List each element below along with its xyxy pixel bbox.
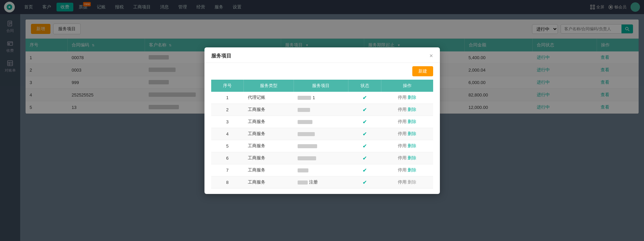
modal-cell-ops: 停用 删除 (381, 140, 433, 152)
delete-button[interactable]: 删除 (408, 155, 416, 161)
modal-cell-type: 工商服务 (244, 140, 294, 152)
list-item: 4 工商服务 ✔ 停用 删除 (211, 128, 433, 140)
modal-cell-item (294, 128, 348, 140)
stop-button[interactable]: 停用 (398, 179, 407, 185)
service-modal: 服务项目 × 新建 序号 服务类型 服务项目 状态 操作 1 代理记账 1 (204, 47, 440, 194)
modal-cell-status: ✔ (348, 164, 381, 176)
status-check-icon: ✔ (363, 131, 367, 137)
modal-cell-ops: 停用 删除 (381, 128, 433, 140)
list-item: 8 工商服务 注册 ✔ 停用 删除 (211, 176, 433, 188)
modal-col-status: 状态 (348, 80, 381, 92)
modal-cell-item (294, 152, 348, 164)
blurred-item (298, 132, 315, 136)
blurred-item (298, 144, 317, 148)
status-check-icon: ✔ (363, 155, 367, 161)
modal-header: 服务项目 × (204, 47, 440, 63)
blurred-item (298, 108, 310, 112)
modal-cell-seq: 8 (211, 176, 244, 188)
blurred-item (298, 120, 312, 124)
modal-toolbar: 新建 (204, 63, 440, 80)
list-item: 6 工商服务 ✔ 停用 删除 (211, 152, 433, 164)
modal-cell-status: ✔ (348, 176, 381, 188)
modal-cell-seq: 3 (211, 116, 244, 128)
status-check-icon: ✔ (363, 143, 367, 149)
status-check-icon: ✔ (363, 95, 367, 101)
list-item: 1 代理记账 1 ✔ 停用 删除 (211, 92, 433, 104)
modal-cell-status: ✔ (348, 92, 381, 104)
modal-cell-type: 工商服务 (244, 128, 294, 140)
stop-button[interactable]: 停用 (398, 107, 407, 113)
modal-cell-status: ✔ (348, 152, 381, 164)
modal-cell-seq: 6 (211, 152, 244, 164)
blurred-item (298, 96, 311, 100)
modal-cell-ops: 停用 删除 (381, 176, 433, 188)
modal-cell-status: ✔ (348, 116, 381, 128)
blurred-item (298, 168, 308, 172)
modal-cell-type: 工商服务 (244, 104, 294, 116)
modal-cell-seq: 1 (211, 92, 244, 104)
modal-cell-type: 工商服务 (244, 152, 294, 164)
delete-button[interactable]: 删除 (408, 107, 416, 113)
modal-cell-ops: 停用 删除 (381, 152, 433, 164)
modal-new-button[interactable]: 新建 (412, 66, 433, 76)
delete-button[interactable]: 删除 (408, 167, 416, 173)
delete-button[interactable]: 删除 (408, 131, 416, 137)
modal-cell-item: 注册 (294, 176, 348, 188)
modal-cell-status: ✔ (348, 104, 381, 116)
stop-button[interactable]: 停用 (398, 119, 407, 125)
modal-cell-status: ✔ (348, 140, 381, 152)
modal-cell-seq: 5 (211, 140, 244, 152)
blurred-item (298, 156, 316, 160)
stop-button[interactable]: 停用 (398, 155, 407, 161)
modal-table-wrap[interactable]: 序号 服务类型 服务项目 状态 操作 1 代理记账 1 ✔ 停用 删除 2 工商… (204, 80, 440, 194)
modal-cell-type: 工商服务 (244, 164, 294, 176)
modal-cell-item (294, 116, 348, 128)
modal-close-button[interactable]: × (429, 53, 433, 59)
modal-col-type: 服务类型 (244, 80, 294, 92)
list-item: 2 工商服务 ✔ 停用 删除 (211, 104, 433, 116)
delete-button[interactable]: 删除 (408, 94, 416, 101)
modal-col-ops: 操作 (381, 80, 433, 92)
delete-button[interactable]: 删除 (408, 143, 416, 149)
modal-cell-status: ✔ (348, 128, 381, 140)
status-check-icon: ✔ (363, 107, 367, 113)
status-check-icon: ✔ (363, 167, 367, 173)
delete-button[interactable]: 删除 (408, 179, 416, 185)
stop-button[interactable]: 停用 (398, 143, 407, 149)
modal-col-item: 服务项目 (294, 80, 348, 92)
service-table: 序号 服务类型 服务项目 状态 操作 1 代理记账 1 ✔ 停用 删除 2 工商… (211, 80, 433, 189)
list-item: 5 工商服务 ✔ 停用 删除 (211, 140, 433, 152)
delete-button[interactable]: 删除 (408, 119, 416, 125)
stop-button[interactable]: 停用 (398, 94, 407, 101)
modal-overlay: 服务项目 × 新建 序号 服务类型 服务项目 状态 操作 1 代理记账 1 (0, 0, 644, 241)
stop-button[interactable]: 停用 (398, 167, 407, 173)
modal-cell-ops: 停用 删除 (381, 104, 433, 116)
modal-cell-seq: 7 (211, 164, 244, 176)
modal-cell-seq: 2 (211, 104, 244, 116)
modal-title: 服务项目 (211, 53, 231, 59)
blurred-item (298, 180, 308, 185)
modal-cell-type: 工商服务 (244, 176, 294, 188)
modal-cell-ops: 停用 删除 (381, 164, 433, 176)
list-item: 3 工商服务 ✔ 停用 删除 (211, 116, 433, 128)
list-item: 7 工商服务 ✔ 停用 删除 (211, 164, 433, 176)
modal-cell-type: 代理记账 (244, 92, 294, 104)
modal-cell-item (294, 140, 348, 152)
status-check-icon: ✔ (363, 119, 367, 125)
stop-button[interactable]: 停用 (398, 131, 407, 137)
modal-cell-seq: 4 (211, 128, 244, 140)
modal-cell-ops: 停用 删除 (381, 116, 433, 128)
modal-cell-item (294, 164, 348, 176)
modal-cell-type: 工商服务 (244, 116, 294, 128)
modal-cell-ops: 停用 删除 (381, 92, 433, 104)
modal-col-seq: 序号 (211, 80, 244, 92)
modal-cell-item (294, 104, 348, 116)
modal-cell-item: 1 (294, 92, 348, 104)
status-check-icon: ✔ (363, 179, 367, 185)
